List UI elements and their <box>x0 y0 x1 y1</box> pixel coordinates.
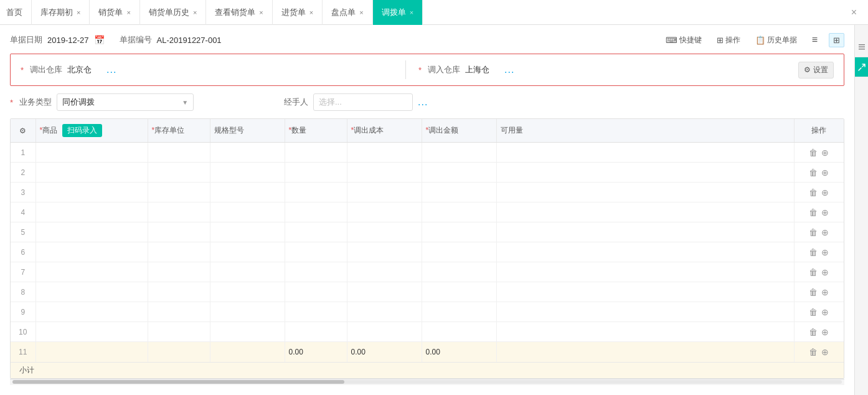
qty-cell-6[interactable] <box>285 242 347 262</box>
cost-cell-7[interactable] <box>347 262 422 282</box>
cost-cell-3[interactable] <box>347 183 422 202</box>
qty-cell-10[interactable] <box>285 322 347 342</box>
copy-row-2-icon[interactable]: ⊕ <box>821 168 829 178</box>
window-close-button[interactable]: × <box>846 7 862 18</box>
delete-row-4-icon[interactable]: 🗑 <box>809 207 818 217</box>
spec-cell-3[interactable] <box>210 183 285 202</box>
qty-cell-4[interactable] <box>285 202 347 222</box>
horizontal-scrollbar[interactable] <box>10 379 844 385</box>
warehouse-in-more-button[interactable]: ... <box>504 64 514 75</box>
cost-cell-5[interactable] <box>347 222 422 242</box>
cost-cell-10[interactable] <box>347 322 422 342</box>
tab-close-view-sales[interactable]: × <box>259 9 263 16</box>
calendar-icon[interactable]: 📅 <box>94 35 105 45</box>
unit-cell-4[interactable] <box>148 202 210 222</box>
tab-transfer[interactable]: 调拨单 × <box>373 0 423 25</box>
tab-sales-order[interactable]: 销货单 × <box>90 0 139 25</box>
spec-cell-5[interactable] <box>210 222 285 242</box>
qty-cell-2[interactable] <box>285 163 347 183</box>
copy-row-6-icon[interactable]: ⊕ <box>821 247 829 257</box>
tab-home[interactable]: 首页 <box>6 0 32 25</box>
spec-cell-10[interactable] <box>210 322 285 342</box>
qty-cell-5[interactable] <box>285 222 347 242</box>
cost-cell-6[interactable] <box>347 242 422 262</box>
handler-input[interactable]: 选择... <box>313 93 413 111</box>
amount-cell-10[interactable] <box>422 322 496 342</box>
layout-grid-button[interactable]: ⊞ <box>829 33 844 47</box>
delete-row-5-icon[interactable]: 🗑 <box>809 227 818 237</box>
copy-row-5-icon[interactable]: ⊕ <box>821 227 829 237</box>
sidebar-doc-list-icon[interactable] <box>855 37 868 57</box>
amount-cell-9[interactable] <box>422 302 496 322</box>
product-cell-7[interactable] <box>35 262 148 282</box>
amount-cell-8[interactable] <box>422 282 496 302</box>
product-cell-10[interactable] <box>35 322 148 342</box>
tab-sales-history[interactable]: 销货单历史 × <box>140 0 206 25</box>
settings-icon[interactable]: ⚙ <box>19 126 26 135</box>
tab-close-sales-order[interactable]: × <box>126 9 130 16</box>
delete-row-1-icon[interactable]: 🗑 <box>809 148 818 158</box>
cost-cell-2[interactable] <box>347 163 422 183</box>
tab-view-sales[interactable]: 查看销货单 × <box>206 0 272 25</box>
spec-cell-1[interactable] <box>210 143 285 163</box>
amount-cell-7[interactable] <box>422 262 496 282</box>
unit-cell-7[interactable] <box>148 262 210 282</box>
qty-cell-9[interactable] <box>285 302 347 322</box>
product-cell-1[interactable] <box>35 143 148 163</box>
copy-row-1-icon[interactable]: ⊕ <box>821 148 829 158</box>
delete-row-9-icon[interactable]: 🗑 <box>809 307 818 317</box>
tab-close-stocktake[interactable]: × <box>359 9 363 16</box>
product-cell-6[interactable] <box>35 242 148 262</box>
unit-cell-8[interactable] <box>148 282 210 302</box>
spec-cell-8[interactable] <box>210 282 285 302</box>
warehouse-out-more-button[interactable]: ... <box>106 64 116 75</box>
product-cell-3[interactable] <box>35 183 148 202</box>
qty-cell-7[interactable] <box>285 262 347 282</box>
qty-cell-3[interactable] <box>285 183 347 202</box>
qty-cell-8[interactable] <box>285 282 347 302</box>
amount-cell-5[interactable] <box>422 222 496 242</box>
tab-close-purchase-order[interactable]: × <box>309 9 313 16</box>
cost-cell-1[interactable] <box>347 143 422 163</box>
copy-row-4-icon[interactable]: ⊕ <box>821 207 829 217</box>
scrollbar-thumb[interactable] <box>12 380 344 384</box>
product-cell-2[interactable] <box>35 163 148 183</box>
amount-cell-2[interactable] <box>422 163 496 183</box>
spec-cell-2[interactable] <box>210 163 285 183</box>
amount-cell-4[interactable] <box>422 202 496 222</box>
delete-row-2-icon[interactable]: 🗑 <box>809 168 818 178</box>
unit-cell-3[interactable] <box>148 183 210 202</box>
delete-row-10-icon[interactable]: 🗑 <box>809 327 818 337</box>
amount-cell-3[interactable] <box>422 183 496 202</box>
product-cell-5[interactable] <box>35 222 148 242</box>
tab-purchase-order[interactable]: 进货单 × <box>273 0 323 25</box>
unit-cell-5[interactable] <box>148 222 210 242</box>
unit-cell-6[interactable] <box>148 242 210 262</box>
unit-cell-9[interactable] <box>148 302 210 322</box>
spec-cell-7[interactable] <box>210 262 285 282</box>
cost-cell-8[interactable] <box>347 282 422 302</box>
delete-row-11-icon[interactable]: 🗑 <box>809 347 818 357</box>
tab-close-sales-history[interactable]: × <box>193 9 197 16</box>
copy-row-9-icon[interactable]: ⊕ <box>821 307 829 317</box>
copy-row-7-icon[interactable]: ⊕ <box>821 267 829 277</box>
delete-row-8-icon[interactable]: 🗑 <box>809 287 818 297</box>
copy-row-11-icon[interactable]: ⊕ <box>821 347 829 357</box>
spec-cell-4[interactable] <box>210 202 285 222</box>
unit-cell-2[interactable] <box>148 163 210 183</box>
tab-stocktake[interactable]: 盘点单 × <box>323 0 372 25</box>
spec-cell-9[interactable] <box>210 302 285 322</box>
amount-cell-6[interactable] <box>422 242 496 262</box>
copy-row-8-icon[interactable]: ⊕ <box>821 287 829 297</box>
sidebar-expand-icon[interactable] <box>855 57 868 77</box>
layout-list-button[interactable]: ≡ <box>808 32 821 47</box>
copy-row-10-icon[interactable]: ⊕ <box>821 327 829 337</box>
product-cell-8[interactable] <box>35 282 148 302</box>
copy-row-3-icon[interactable]: ⊕ <box>821 188 829 198</box>
unit-cell-1[interactable] <box>148 143 210 163</box>
amount-cell-1[interactable] <box>422 143 496 163</box>
qty-cell-1[interactable] <box>285 143 347 163</box>
settings-button[interactable]: ⚙ 设置 <box>798 62 834 79</box>
unit-cell-10[interactable] <box>148 322 210 342</box>
operations-button[interactable]: ⊞ 操作 <box>713 33 744 47</box>
